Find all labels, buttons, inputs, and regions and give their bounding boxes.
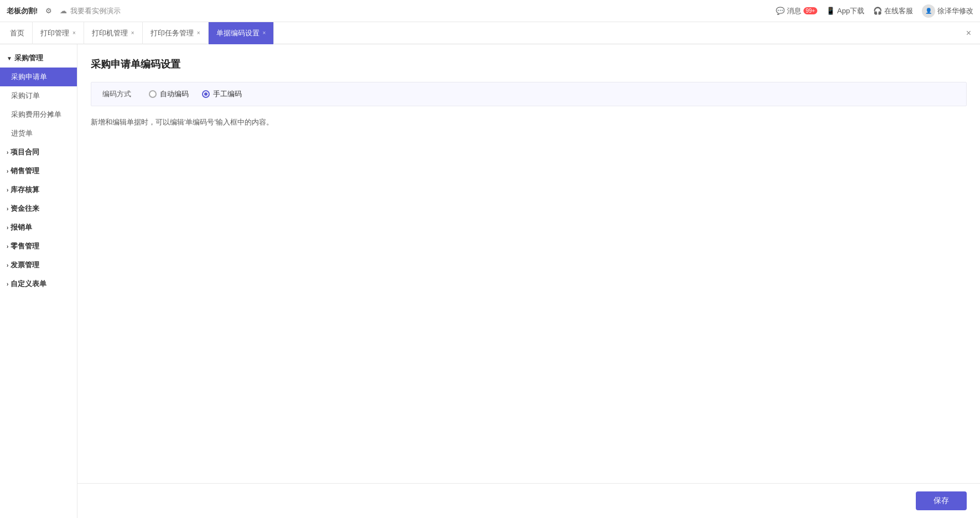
arrow-right-icon-invoice: ›: [7, 262, 8, 268]
tab-document-code-close[interactable]: ×: [263, 30, 266, 36]
search-icon: ☁: [60, 7, 67, 15]
sidebar-item-goods-receipt-label: 进货单: [11, 129, 33, 137]
tab-print-management[interactable]: 打印管理 ×: [33, 22, 84, 44]
sidebar-group-finance[interactable]: › 资金往来: [0, 199, 77, 218]
sidebar-group-invoice-label: 发票管理: [11, 260, 39, 270]
sidebar-item-purchase-order-label: 采购订单: [11, 91, 40, 100]
tab-print-task-label: 打印任务管理: [151, 28, 194, 38]
settings-button[interactable]: ⚙: [42, 4, 55, 18]
app-download-label: App下载: [837, 6, 864, 16]
arrow-right-icon-expense: ›: [7, 225, 8, 231]
sidebar-group-expense-label: 报销单: [11, 222, 32, 232]
sidebar-item-purchase-expense-label: 采购费用分摊单: [11, 110, 61, 118]
sidebar-group-sales-label: 销售管理: [11, 166, 39, 176]
online-service-label: 在线客服: [884, 6, 913, 16]
sidebar-group-purchase-management[interactable]: ▼ 采购管理: [0, 49, 77, 68]
hint-text: 新增和编辑单据时，可以编辑'单编码号'输入框中的内容。: [91, 117, 967, 127]
radio-auto-label: 自动编码: [160, 89, 189, 99]
headset-icon: 🎧: [873, 7, 882, 15]
message-button[interactable]: 💬 消息 99+: [776, 6, 817, 16]
top-bar-right: 💬 消息 99+ 📱 App下载 🎧 在线客服 👤 徐泽华修改: [776, 4, 973, 18]
sidebar-group-inventory[interactable]: › 库存核算: [0, 180, 77, 199]
radio-auto-circle: [149, 90, 157, 98]
sidebar-item-purchase-request[interactable]: 采购申请单: [0, 68, 77, 86]
message-badge: 99+: [803, 7, 817, 14]
top-bar: 老板勿割! ⚙ ☁ 我要看实例演示 💬 消息 99+ 📱 App下载 🎧 在线客…: [0, 0, 980, 22]
page-title: 采购申请单编码设置: [91, 58, 967, 71]
sidebar-group-project-contract[interactable]: › 项目合同: [0, 143, 77, 162]
tab-print-task-management[interactable]: 打印任务管理 ×: [143, 22, 209, 44]
main-area: ▼ 采购管理 采购申请单 采购订单 采购费用分摊单 进货单 › 项目合同 › 销…: [0, 44, 980, 518]
sidebar-item-goods-receipt[interactable]: 进货单: [0, 124, 77, 143]
user-name: 徐泽华修改: [937, 6, 973, 16]
message-label: 消息: [787, 6, 801, 16]
radio-manual-circle: [202, 90, 210, 98]
encoding-row: 编码方式 自动编码 手工编码: [91, 82, 967, 106]
sidebar-group-custom-label: 自定义表单: [11, 279, 46, 289]
save-button[interactable]: 保存: [916, 491, 967, 510]
content-area: 采购申请单编码设置 编码方式 自动编码 手工编码 新增和编辑单据时，可以编辑'单…: [77, 44, 980, 518]
top-bar-left: 老板勿割! ⚙ ☁ 我要看实例演示: [7, 4, 121, 18]
online-service-button[interactable]: 🎧 在线客服: [873, 6, 913, 16]
arrow-right-icon-custom: ›: [7, 281, 8, 287]
sidebar-item-purchase-expense[interactable]: 采购费用分摊单: [0, 105, 77, 124]
sidebar-group-invoice[interactable]: › 发票管理: [0, 256, 77, 274]
app-download-icon: 📱: [826, 7, 835, 15]
sidebar-group-inventory-label: 库存核算: [11, 185, 39, 195]
radio-manual-encoding[interactable]: 手工编码: [202, 89, 242, 99]
tab-printer-management[interactable]: 打印机管理 ×: [84, 22, 143, 44]
sidebar-group-custom-form[interactable]: › 自定义表单: [0, 274, 77, 293]
sidebar-item-purchase-request-label: 采购申请单: [11, 72, 47, 81]
tab-bar: 首页 打印管理 × 打印机管理 × 打印任务管理 × 单据编码设置 × ×: [0, 22, 980, 44]
arrow-right-icon-inventory: ›: [7, 187, 8, 193]
sidebar-group-retail-label: 零售管理: [11, 241, 39, 251]
sidebar-group-finance-label: 资金往来: [11, 204, 39, 214]
sidebar-group-expense-report[interactable]: › 报销单: [0, 218, 77, 237]
user-menu[interactable]: 👤 徐泽华修改: [922, 4, 973, 18]
tab-document-code-label: 单据编码设置: [216, 28, 260, 38]
tab-home-label: 首页: [10, 28, 24, 38]
arrow-right-icon-retail: ›: [7, 244, 8, 250]
search-text: 我要看实例演示: [70, 6, 121, 16]
sidebar-group-retail[interactable]: › 零售管理: [0, 237, 77, 256]
tab-printer-management-label: 打印机管理: [92, 28, 128, 38]
arrow-right-icon-sales: ›: [7, 168, 8, 174]
arrow-right-icon-finance: ›: [7, 206, 8, 212]
sidebar-group-purchase-label: 采购管理: [14, 53, 43, 63]
tab-document-code-settings[interactable]: 单据编码设置 ×: [209, 22, 274, 44]
sidebar-item-purchase-order[interactable]: 采购订单: [0, 86, 77, 105]
sidebar-group-sales[interactable]: › 销售管理: [0, 162, 77, 180]
tab-bar-close-all[interactable]: ×: [960, 28, 978, 38]
app-download-button[interactable]: 📱 App下载: [826, 6, 864, 16]
sidebar-group-project-label: 项目合同: [11, 147, 39, 157]
tab-home[interactable]: 首页: [2, 22, 33, 44]
tab-printer-management-close[interactable]: ×: [131, 30, 134, 36]
radio-auto-encoding[interactable]: 自动编码: [149, 89, 189, 99]
arrow-down-icon: ▼: [7, 55, 12, 61]
encoding-radio-group: 自动编码 手工编码: [149, 89, 242, 99]
avatar: 👤: [922, 4, 935, 18]
encoding-label: 编码方式: [102, 89, 136, 99]
tab-print-management-label: 打印管理: [40, 28, 69, 38]
tab-print-management-close[interactable]: ×: [72, 30, 76, 36]
arrow-right-icon-project: ›: [7, 149, 8, 156]
search-bar[interactable]: ☁ 我要看实例演示: [60, 6, 121, 16]
radio-manual-label: 手工编码: [213, 89, 242, 99]
tab-print-task-close[interactable]: ×: [197, 30, 200, 36]
sidebar: ▼ 采购管理 采购申请单 采购订单 采购费用分摊单 进货单 › 项目合同 › 销…: [0, 44, 77, 518]
content-footer: 保存: [77, 483, 980, 518]
message-icon: 💬: [776, 7, 785, 15]
content-body: 采购申请单编码设置 编码方式 自动编码 手工编码 新增和编辑单据时，可以编辑'单…: [77, 44, 980, 483]
logo: 老板勿割!: [7, 6, 38, 16]
